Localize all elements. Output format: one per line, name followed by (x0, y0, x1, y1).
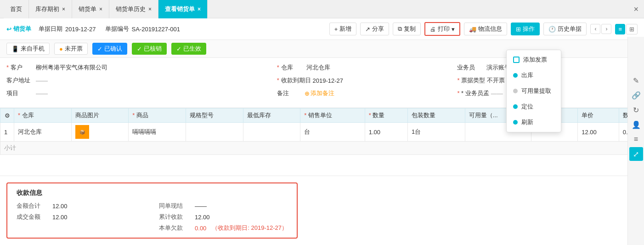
truck-icon: 🚚 (469, 26, 476, 33)
tab-home[interactable]: 首页 (4, 0, 29, 18)
sidebar-expand-icon[interactable]: ⤢ (629, 147, 643, 161)
row-num: 1 (0, 123, 14, 142)
tab-sales[interactable]: 销货单 × (72, 0, 109, 18)
dropdown-arrow-icon: ▾ (452, 26, 455, 33)
salesperson-value: —— (491, 90, 503, 97)
tab-inventory[interactable]: 库存期初 × (29, 0, 72, 18)
document-actions: + 新增 ↗ 分享 ⧉ 复制 🖨 打印 ▾ 🚚 物流 (329, 22, 638, 36)
ticket-value: 不开票 (487, 76, 505, 85)
col-pack-qty: 包装数量 (408, 108, 465, 123)
col-gear: ⚙ (0, 108, 14, 123)
document-type: ↩ 销货单 (6, 25, 31, 33)
confirmed-btn[interactable]: ✓ 已确认 (92, 43, 127, 55)
subtotal-label: 小计 (0, 142, 644, 155)
history-button[interactable]: 🕐 历史单据 (543, 23, 587, 35)
operate-dropdown: 添加发票 出库 可用量提取 定位 刷新 (506, 50, 561, 132)
payment-info-box: 收款信息 金额合计 12.00 同单现结 —— 成交金额 12.00 (6, 182, 298, 239)
sidebar-refresh-icon[interactable]: ↻ (629, 103, 643, 117)
check-icon: ✓ (97, 46, 102, 52)
col-spec: 规格型号 (186, 108, 243, 123)
row-min-stock (243, 123, 300, 142)
menu-outbound[interactable]: 出库 (507, 68, 561, 83)
list-view-btn[interactable]: ≡ (615, 24, 625, 34)
balance-row: 本单欠款 0.00 （收款到期日: 2019-12-27） (159, 224, 288, 232)
address-label: 客户地址 (6, 76, 34, 85)
add-button[interactable]: + 新增 (329, 23, 357, 35)
same-order-value: —— (195, 203, 207, 210)
right-sidebar: ✎ 🔗 ↻ 👤 ≡ ⤢ (627, 37, 644, 245)
locate-dot-icon (513, 104, 518, 109)
cumulative-label: 累计收款 (159, 213, 191, 221)
outbound-dot-icon (513, 73, 518, 78)
total-row: 金额合计 12.00 (17, 202, 145, 210)
refresh-dot-icon (513, 120, 518, 125)
document-meta: 单据日期 2019-12-27 单据编号 SA-20191227-001 (39, 25, 322, 33)
warehouse-field: 仓库 河北仓库 (277, 63, 458, 72)
same-order-label: 同单现结 (159, 202, 191, 210)
row-warehouse: 河北仓库 (14, 123, 72, 142)
close-inventory-tab[interactable]: × (62, 6, 65, 12)
same-order-row: 同单现结 —— (159, 202, 288, 210)
share-icon: ↗ (365, 26, 370, 33)
number-field: 单据编号 SA-20191227-001 (105, 25, 181, 33)
cancelled-btn[interactable]: ✓ 已核销 (132, 43, 167, 55)
tab-view-sales[interactable]: 查看销货单 × (158, 0, 208, 18)
print-button[interactable]: 🖨 打印 ▾ (424, 22, 460, 36)
operate-button[interactable]: ⊞ 操作 (511, 23, 540, 35)
share-button[interactable]: ↗ 分享 (360, 23, 389, 35)
col-price: 单价 (578, 108, 619, 123)
plus-note-icon: ⊕ (305, 90, 310, 97)
prev-arrow[interactable]: ‹ (590, 24, 600, 34)
sidebar-edit-icon[interactable]: ✎ (629, 74, 643, 87)
transaction-label: 成交金额 (17, 213, 49, 221)
copy-button[interactable]: ⧉ 复制 (393, 23, 421, 35)
tab-bar: 首页 库存期初 × 销货单 × 销货单历史 × 查看销货单 × × (0, 0, 644, 18)
project-label: 项目 (6, 89, 34, 97)
row-product: 嗝嗝嗝嗝 (129, 123, 186, 142)
grid-view-btn[interactable]: ⊞ (626, 24, 638, 34)
menu-refresh[interactable]: 刷新 (507, 114, 561, 130)
sidebar-link-icon[interactable]: 🔗 (629, 88, 643, 102)
menu-locate[interactable]: 定位 (507, 99, 561, 114)
check3-icon: ✓ (176, 46, 181, 52)
bottom-panel: 收款信息 金额合计 12.00 同单现结 —— 成交金额 12.00 (0, 176, 644, 245)
close-history-tab[interactable]: × (148, 6, 152, 12)
menu-add-invoice[interactable]: 添加发票 (507, 52, 561, 68)
nav-arrows: ‹ › (590, 24, 611, 34)
address-value: —— (36, 77, 48, 84)
customer-label: 客户 (6, 63, 34, 72)
grid-icon: ⊞ (516, 26, 521, 33)
add-note-btn[interactable]: ⊕ 添加备注 (305, 89, 334, 97)
dot-icon: ● (59, 46, 63, 52)
row-pack-qty: 1台 (408, 123, 465, 142)
address-field: 客户地址 —— (6, 76, 277, 85)
payment-date-value: 2019-12-27 (313, 77, 344, 84)
close-sales-tab[interactable]: × (99, 6, 102, 12)
window-close-button[interactable]: × (633, 5, 638, 14)
payment-date-field: 收款到期日 2019-12-27 (277, 76, 458, 85)
close-view-tab[interactable]: × (198, 6, 201, 12)
total-label: 金额合计 (17, 202, 49, 210)
logistics-button[interactable]: 🚚 物流信息 (464, 23, 507, 35)
total-value: 12.00 (52, 203, 68, 210)
cumulative-row: 累计收款 12.00 (159, 213, 288, 221)
from-phone-btn[interactable]: 📱 来自手机 (6, 43, 50, 55)
employee-label: 业务员 (457, 63, 485, 72)
sidebar-list-icon[interactable]: ≡ (629, 132, 643, 146)
menu-available-qty[interactable]: 可用量提取 (507, 83, 561, 99)
row-quantity: 1.00 (365, 123, 407, 142)
balance-label: 本单欠款 (159, 224, 191, 232)
payment-info-title: 收款信息 (17, 189, 288, 197)
next-arrow[interactable]: › (601, 24, 611, 34)
sidebar-user-icon[interactable]: 👤 (629, 118, 643, 131)
tab-sales-history[interactable]: 销货单历史 × (109, 0, 158, 18)
row-price: 12.00 (578, 123, 619, 142)
effective-btn[interactable]: ✓ 已生效 (171, 43, 206, 55)
not-opened-btn[interactable]: ● 未开票 (54, 43, 88, 55)
row-spec (186, 123, 243, 142)
plus-icon: + (334, 26, 338, 33)
balance-note: （收款到期日: 2019-12-27） (212, 224, 288, 232)
print-icon: 🖨 (430, 26, 436, 33)
payment-grid: 金额合计 12.00 同单现结 —— 成交金额 12.00 累计收款 12.00 (17, 202, 288, 232)
warehouse-label: 仓库 (277, 63, 305, 72)
